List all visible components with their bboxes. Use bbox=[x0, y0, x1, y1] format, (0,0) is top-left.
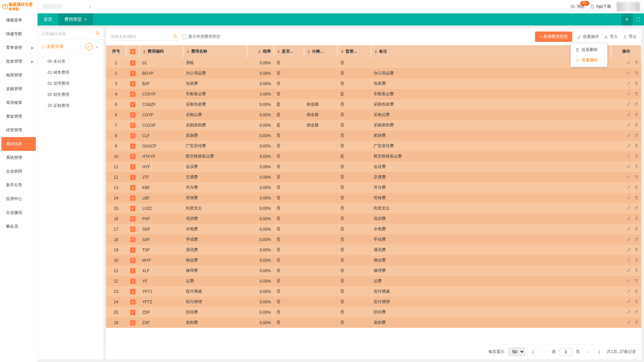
search-input[interactable] bbox=[111, 34, 171, 39]
row-edit-button[interactable] bbox=[627, 71, 631, 76]
row-edit-button[interactable] bbox=[627, 206, 631, 211]
row-delete-button[interactable] bbox=[634, 268, 639, 274]
table-row[interactable]: 17✓SDF水电费0.00%否否水电费 bbox=[106, 224, 641, 234]
sidebar-item[interactable]: 搜索菜单 bbox=[0, 13, 37, 27]
category-item[interactable]: 20 采购费用 bbox=[38, 100, 103, 111]
table-row[interactable]: 4✓CCKYF车船客运费3.00%否是车船客运费 bbox=[106, 89, 641, 99]
row-checkbox[interactable]: ✓ bbox=[130, 310, 136, 315]
row-edit-button[interactable] bbox=[627, 299, 631, 305]
table-row[interactable]: 25✓ZDF招待费0.00%否否招待费 bbox=[106, 307, 641, 317]
row-edit-button[interactable] bbox=[627, 175, 631, 180]
sidebar-item[interactable]: 零售管理▶ bbox=[0, 41, 37, 55]
col-allocate[interactable]: ▲▼分摊... bbox=[304, 45, 337, 58]
row-edit-button[interactable] bbox=[627, 237, 631, 242]
row-delete-button[interactable] bbox=[634, 112, 639, 118]
row-checkbox[interactable]: ✓ bbox=[130, 175, 136, 180]
row-delete-button[interactable] bbox=[634, 299, 639, 305]
row-delete-button[interactable] bbox=[634, 60, 639, 66]
messages-button[interactable]: 消息 99+ bbox=[571, 4, 585, 9]
row-delete-button[interactable] bbox=[634, 320, 639, 325]
row-edit-button[interactable] bbox=[627, 185, 631, 190]
row-checkbox[interactable]: ✓ bbox=[130, 123, 136, 128]
table-row[interactable]: 9✓GGXCF广告宣传费0.00%否否广告宣传费 bbox=[106, 141, 641, 151]
row-checkbox[interactable]: ✓ bbox=[130, 185, 136, 190]
row-checkbox[interactable]: ✓ bbox=[130, 299, 136, 305]
sidebar-item[interactable]: 电商管理 bbox=[0, 68, 37, 82]
col-code[interactable]: ▲▼费用编码 bbox=[140, 45, 183, 58]
row-checkbox[interactable]: ✓ bbox=[130, 112, 136, 118]
row-checkbox[interactable]: ✓ bbox=[130, 60, 136, 66]
row-edit-button[interactable] bbox=[627, 310, 631, 315]
row-edit-button[interactable] bbox=[627, 227, 631, 232]
row-delete-button[interactable] bbox=[634, 175, 639, 180]
category-item[interactable]: 01 销售费用 bbox=[38, 67, 103, 78]
sidebar-item[interactable]: 基础信息 bbox=[1, 137, 36, 151]
row-delete-button[interactable] bbox=[634, 206, 639, 211]
row-delete-button[interactable] bbox=[634, 185, 639, 190]
close-icon[interactable]: ✕ bbox=[84, 17, 87, 22]
row-edit-button[interactable] bbox=[627, 247, 631, 253]
table-row[interactable]: 12✓JTF交通费0.00%否否交通费 bbox=[106, 172, 641, 182]
batch-delete-item[interactable]: 批量删除 bbox=[571, 45, 607, 55]
tab-fee-type[interactable]: 费用类型 ✕ bbox=[58, 13, 93, 25]
category-all[interactable]: ◇全部分类 « bbox=[38, 40, 103, 54]
table-row[interactable]: 10✓HTKYF航空铁路客运费9.00%否是航空铁路客运费 bbox=[106, 151, 641, 162]
row-edit-button[interactable] bbox=[627, 258, 631, 263]
add-fee-type-button[interactable]: + 新增费用类型 bbox=[535, 32, 572, 42]
sidebar-item[interactable]: 新手引导 bbox=[0, 178, 37, 192]
search-icon[interactable] bbox=[95, 31, 100, 37]
row-checkbox[interactable]: ✓ bbox=[130, 206, 136, 211]
row-checkbox[interactable]: ✓ bbox=[130, 227, 136, 232]
row-delete-button[interactable] bbox=[634, 81, 639, 86]
row-checkbox[interactable]: ✓ bbox=[130, 216, 136, 222]
row-edit-button[interactable] bbox=[627, 320, 631, 325]
row-checkbox[interactable]: ✓ bbox=[130, 102, 136, 107]
close-all-tabs-button[interactable]: ✕ bbox=[621, 13, 633, 25]
table-row[interactable]: 15✓LXZC利息支出0.00%否否利息支出 bbox=[106, 203, 641, 214]
row-checkbox[interactable]: ✓ bbox=[130, 154, 136, 159]
row-edit-button[interactable] bbox=[627, 81, 631, 86]
show-disabled-checkbox[interactable]: 显示停用费用类型 bbox=[182, 34, 220, 40]
row-delete-button[interactable] bbox=[634, 92, 639, 97]
row-delete-button[interactable] bbox=[634, 102, 639, 107]
row-checkbox[interactable]: ✓ bbox=[130, 279, 136, 284]
row-checkbox[interactable]: ✓ bbox=[130, 143, 136, 149]
table-row[interactable]: 1✓01房租0.00%否否 bbox=[106, 58, 641, 68]
col-bool1[interactable]: ▲▼是否... bbox=[274, 45, 304, 58]
next-page-button[interactable]: › bbox=[584, 348, 591, 356]
row-edit-button[interactable] bbox=[627, 133, 631, 138]
row-checkbox[interactable]: ✓ bbox=[130, 164, 136, 170]
row-edit-button[interactable] bbox=[627, 195, 631, 201]
col-invoice[interactable]: ▲▼普票... bbox=[337, 45, 371, 58]
row-checkbox[interactable]: ✓ bbox=[130, 320, 136, 325]
collapse-panel-button[interactable]: « bbox=[95, 44, 99, 49]
prev-page-button[interactable]: ‹ bbox=[540, 348, 548, 356]
sidebar-item[interactable]: 资金管理 bbox=[0, 110, 37, 123]
page-size-select[interactable]: 50 bbox=[508, 348, 525, 356]
table-row[interactable]: 3✓BZF包装费0.00%否否包装费 bbox=[106, 78, 641, 89]
row-delete-button[interactable] bbox=[634, 164, 639, 170]
table-row[interactable]: 16✓PXF培训费0.00%否否培训费 bbox=[106, 214, 641, 224]
row-checkbox[interactable]: ✓ bbox=[130, 71, 136, 76]
sidebar-item[interactable]: 库存核算 bbox=[0, 96, 37, 110]
row-edit-button[interactable] bbox=[627, 154, 631, 159]
row-delete-button[interactable] bbox=[634, 227, 639, 232]
row-delete-button[interactable] bbox=[634, 247, 639, 253]
fullscreen-button[interactable] bbox=[633, 13, 644, 25]
row-delete-button[interactable] bbox=[634, 279, 639, 284]
sidebar-item[interactable]: 快捷导航 bbox=[0, 27, 37, 41]
table-row[interactable]: 22✓YF运费0.00%否否运费 bbox=[106, 276, 641, 286]
table-row[interactable]: 13✓KBF开办费0.00%否否开办费 bbox=[106, 182, 641, 193]
col-name[interactable]: ▲▼费用名称 bbox=[183, 45, 247, 58]
row-edit-button[interactable] bbox=[627, 92, 631, 97]
sidebar-item[interactable]: 畅会员 bbox=[0, 220, 37, 233]
batch-edit-item[interactable]: 批量编辑 bbox=[571, 55, 607, 65]
batch-ops-button[interactable]: 批量操作 bbox=[577, 34, 599, 40]
row-delete-button[interactable] bbox=[634, 71, 639, 76]
row-checkbox[interactable]: ✓ bbox=[130, 133, 136, 138]
sidebar-item[interactable]: 采购管理 bbox=[0, 82, 37, 96]
sidebar-item[interactable]: 企业协同 bbox=[0, 165, 37, 178]
table-row[interactable]: 8✓CLF差旅费0.00%否否差旅费 bbox=[106, 130, 641, 141]
table-row[interactable]: 14✓LBF劳保费0.00%否否劳保费 bbox=[106, 193, 641, 203]
row-delete-button[interactable] bbox=[634, 154, 639, 159]
